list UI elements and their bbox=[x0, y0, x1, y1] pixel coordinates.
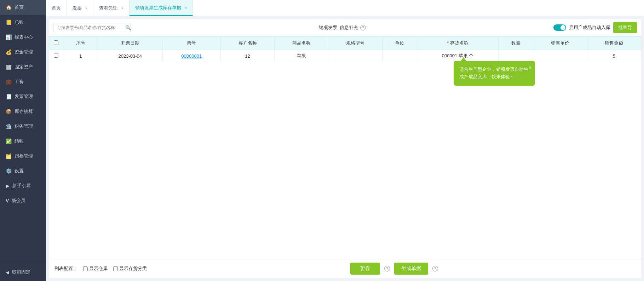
close-tooltip-button[interactable]: × bbox=[529, 64, 531, 71]
show-warehouse-checkbox-label[interactable]: 显示仓库 bbox=[83, 265, 108, 272]
guide-icon: ▶ bbox=[6, 183, 10, 189]
row-select-checkbox[interactable] bbox=[54, 53, 58, 58]
sidebar-label-guide: 新手引导 bbox=[12, 183, 31, 189]
cancel-fixed-button[interactable]: ◀ 取消固定 bbox=[0, 266, 46, 278]
toolbar-right: 启用产成品自动入库 批量导 bbox=[553, 22, 637, 33]
toolbar: 🔍 销项发票_信息补充 ? 启用产成品自动入库 批量导 bbox=[49, 19, 641, 36]
close-view-voucher-tab[interactable]: × bbox=[121, 6, 123, 10]
header-amount: 销售金额 bbox=[587, 37, 641, 50]
header-date: 开票日期 bbox=[98, 37, 162, 50]
show-warehouse-checkbox[interactable] bbox=[83, 266, 88, 271]
header-spec: 规格型号 bbox=[328, 37, 382, 50]
sidebar-item-reports[interactable]: 📊 报表中心 bbox=[0, 30, 46, 45]
sidebar-item-assets[interactable]: 🏢 固定资产 bbox=[0, 59, 46, 74]
content-area: 🔍 销项发票_信息补充 ? 启用产成品自动入库 批量导 bbox=[49, 19, 641, 278]
header-qty: 数量 bbox=[499, 37, 533, 50]
row-qty bbox=[499, 50, 533, 62]
sidebar-item-settings[interactable]: ⚙️ 设置 bbox=[0, 164, 46, 178]
sidebar-item-funds[interactable]: 💰 资金管理 bbox=[0, 45, 46, 59]
sidebar-label-funds: 资金管理 bbox=[15, 49, 33, 55]
row-inventory[interactable]: 000001 苹果 个 bbox=[417, 50, 499, 62]
table-header-row: 序号 开票日期 票号 客户名称 商品名称 规格型号 单位 * 存货名称 数量 销… bbox=[49, 37, 641, 50]
auto-warehouse-toggle[interactable] bbox=[553, 24, 566, 31]
sidebar-item-tax[interactable]: 🏦 税务管理 bbox=[0, 119, 46, 134]
sidebar-label-home: 首页 bbox=[15, 4, 24, 11]
sidebar-item-ledger[interactable]: 📒 总账 bbox=[0, 15, 46, 30]
sidebar-label-vip: 畅会员 bbox=[12, 197, 25, 204]
inventory-icon: 📦 bbox=[6, 109, 12, 114]
sidebar-label-tax: 税务管理 bbox=[15, 123, 33, 130]
tax-icon: 🏦 bbox=[6, 124, 12, 129]
tooltip-text: 适合生产型企业，销项发票自动生成产成品入库，快来体验～ bbox=[459, 67, 528, 79]
footer: 列表配置： 显示仓库 显示存货分类 暂存 ? 生成单据 ? bbox=[49, 259, 641, 278]
invoice-number-link[interactable]: 00000001 bbox=[181, 53, 202, 59]
row-seq: 1 bbox=[63, 50, 98, 62]
show-inventory-cat-checkbox-label[interactable]: 显示存货分类 bbox=[113, 265, 147, 272]
tab-cancel-invoice[interactable]: 销项发票生成库存单据 × bbox=[130, 0, 193, 16]
close-invoices-tab[interactable]: × bbox=[85, 6, 87, 10]
info-icon[interactable]: ? bbox=[360, 25, 366, 30]
row-checkbox[interactable] bbox=[49, 50, 63, 62]
sidebar-item-vip[interactable]: V 畅会员 bbox=[0, 193, 46, 208]
footer-list-config-label: 列表配置： bbox=[54, 265, 77, 272]
sidebar-item-closing[interactable]: ✅ 结账 bbox=[0, 134, 46, 149]
generate-help-icon[interactable]: ? bbox=[432, 266, 438, 271]
tab-bar: 首页 发票 × 查看凭证 × 销项发票生成库存单据 × bbox=[46, 0, 644, 16]
toolbar-center: 销项发票_信息补充 ? bbox=[134, 24, 551, 31]
archive-icon: 🗂️ bbox=[6, 153, 12, 159]
sidebar-label-invoice: 发票管理 bbox=[15, 93, 33, 100]
header-checkbox[interactable] bbox=[49, 37, 63, 50]
tooltip-popup: × 适合生产型企业，销项发票自动生成产成品入库，快来体验～ bbox=[454, 61, 535, 86]
show-warehouse-label: 显示仓库 bbox=[89, 265, 108, 272]
center-label: 销项发票_信息补充 bbox=[319, 24, 358, 31]
header-product: 商品名称 bbox=[275, 37, 328, 50]
settings-icon: ⚙️ bbox=[6, 168, 12, 174]
arrow-left-icon: ◀ bbox=[6, 270, 9, 275]
search-button[interactable]: 🔍 bbox=[125, 25, 131, 30]
closing-icon: ✅ bbox=[6, 138, 12, 144]
vip-icon: V bbox=[6, 198, 9, 203]
save-help-icon[interactable]: ? bbox=[384, 266, 390, 271]
row-amount: 5 bbox=[587, 50, 641, 62]
sidebar-item-guide[interactable]: ▶ 新手引导 bbox=[0, 178, 46, 193]
tab-home[interactable]: 首页 bbox=[46, 0, 67, 16]
sidebar-item-invoice[interactable]: 🧾 发票管理 bbox=[0, 89, 46, 104]
reports-icon: 📊 bbox=[6, 34, 12, 40]
tab-invoices-label: 发票 bbox=[73, 5, 82, 11]
generate-button-label: 生成单据 bbox=[401, 265, 421, 271]
sidebar-label-settings: 设置 bbox=[15, 168, 24, 174]
row-customer: 12 bbox=[220, 50, 274, 62]
sidebar-bottom: ◀ 取消固定 bbox=[0, 263, 46, 281]
invoice-icon: 🧾 bbox=[6, 94, 12, 99]
funds-icon: 💰 bbox=[6, 49, 12, 55]
close-cancel-invoice-tab[interactable]: × bbox=[185, 6, 187, 10]
search-input[interactable] bbox=[53, 23, 131, 32]
save-button[interactable]: 暂存 bbox=[350, 263, 380, 275]
tab-view-voucher-label: 查看凭证 bbox=[99, 5, 117, 11]
show-inventory-cat-checkbox[interactable] bbox=[113, 266, 118, 271]
ledger-icon: 📒 bbox=[6, 19, 12, 25]
generate-button[interactable]: 生成单据 bbox=[394, 263, 428, 275]
tab-invoices[interactable]: 发票 × bbox=[67, 0, 93, 16]
batch-button-label: 批量导 bbox=[618, 25, 632, 30]
row-date: 2023-03-04 bbox=[98, 50, 162, 62]
sidebar-label-reports: 报表中心 bbox=[15, 34, 33, 40]
row-number[interactable]: 00000001 bbox=[162, 50, 220, 62]
tab-cancel-invoice-label: 销项发票生成库存单据 bbox=[135, 5, 181, 11]
save-button-label: 暂存 bbox=[360, 265, 370, 271]
batch-import-button[interactable]: 批量导 bbox=[613, 22, 637, 33]
cancel-fixed-label: 取消固定 bbox=[12, 269, 30, 275]
sidebar-item-salary[interactable]: 💼 工资 bbox=[0, 74, 46, 89]
sidebar-item-home[interactable]: 🏠 首页 bbox=[0, 0, 46, 15]
header-price: 销售单价 bbox=[533, 37, 587, 50]
sidebar-item-inventory[interactable]: 📦 库存核算 bbox=[0, 104, 46, 119]
select-all-checkbox[interactable] bbox=[54, 40, 58, 45]
show-inventory-cat-label: 显示存货分类 bbox=[119, 265, 147, 272]
table-row: 1 2023-03-04 00000001 12 苹果 000001 苹果 个 … bbox=[49, 50, 641, 62]
header-seq: 序号 bbox=[63, 37, 98, 50]
row-product: 苹果 bbox=[275, 50, 328, 62]
sidebar-item-archive[interactable]: 🗂️ 归档管理 bbox=[0, 149, 46, 164]
tab-view-voucher[interactable]: 查看凭证 × bbox=[93, 0, 129, 16]
sidebar-label-salary: 工资 bbox=[15, 79, 24, 85]
table-wrapper: 序号 开票日期 票号 客户名称 商品名称 规格型号 单位 * 存货名称 数量 销… bbox=[49, 36, 641, 259]
